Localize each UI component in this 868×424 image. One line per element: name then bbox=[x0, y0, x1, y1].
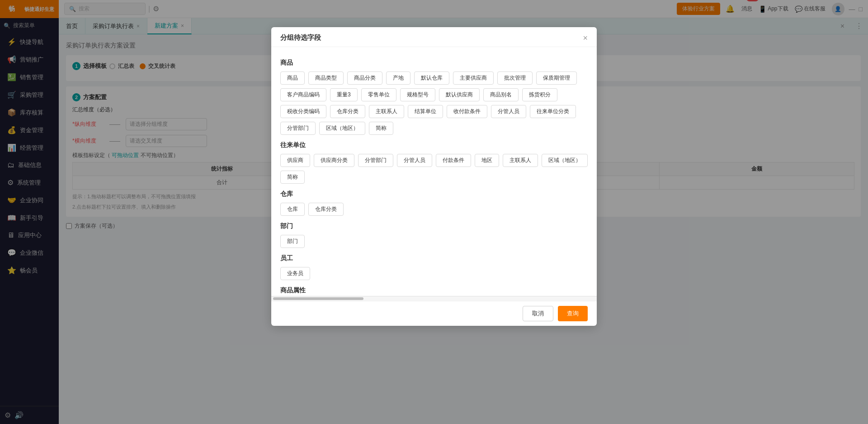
field-tag[interactable]: 商品 bbox=[280, 71, 305, 85]
field-tag[interactable]: 主联系人 bbox=[503, 154, 538, 167]
field-tag[interactable]: 零售单位 bbox=[361, 88, 396, 101]
section-title-employee: 员工 bbox=[280, 254, 588, 262]
field-tag[interactable]: 分管人员 bbox=[397, 154, 432, 167]
field-tag[interactable]: 商品别名 bbox=[483, 88, 519, 101]
confirm-button[interactable]: 查询 bbox=[558, 306, 588, 321]
field-tag[interactable]: 保质期管理 bbox=[536, 71, 577, 85]
field-tag[interactable]: 商品分类 bbox=[347, 71, 382, 85]
field-tag[interactable]: 仓库分类 bbox=[330, 105, 365, 118]
field-tag[interactable]: 简称 bbox=[280, 171, 305, 184]
modal-hscroll[interactable] bbox=[271, 296, 597, 301]
field-tag[interactable]: 主要供应商 bbox=[453, 71, 494, 85]
field-tag[interactable]: 分管人员 bbox=[491, 105, 526, 118]
field-tag[interactable]: 重量3 bbox=[330, 88, 358, 101]
field-tag[interactable]: 付款条件 bbox=[436, 154, 471, 167]
section-title-dept: 部门 bbox=[280, 222, 588, 230]
field-tag[interactable]: 简称 bbox=[369, 122, 393, 135]
field-tag[interactable]: 商品类型 bbox=[308, 71, 344, 85]
field-tag[interactable]: 分管部门 bbox=[358, 154, 393, 167]
field-tag[interactable]: 仓库 bbox=[280, 203, 305, 216]
field-tag[interactable]: 部门 bbox=[280, 235, 305, 248]
field-tag[interactable]: 区域（地区） bbox=[319, 122, 365, 135]
modal-footer: 取消 查询 bbox=[271, 301, 597, 326]
field-tag[interactable]: 地区 bbox=[475, 154, 499, 167]
section-title-attributes: 商品属性 bbox=[280, 286, 588, 295]
modal: 分组待选字段 × 商品 商品 商品类型 商品分类 产地 默认仓库 主要供应商 批… bbox=[271, 27, 597, 326]
field-tag[interactable]: 批次管理 bbox=[497, 71, 533, 85]
field-tag[interactable]: 业务员 bbox=[280, 267, 310, 280]
field-tag[interactable]: 区域（地区） bbox=[542, 154, 588, 167]
section-title-goods: 商品 bbox=[280, 59, 588, 67]
field-tag[interactable]: 税收分类编码 bbox=[280, 105, 326, 118]
section-partner-fields: 供应商 供应商分类 分管部门 分管人员 付款条件 地区 主联系人 区域（地区） … bbox=[280, 154, 588, 184]
cancel-button[interactable]: 取消 bbox=[523, 306, 553, 321]
field-tag[interactable]: 收付款条件 bbox=[447, 105, 487, 118]
section-title-warehouse: 仓库 bbox=[280, 190, 588, 198]
field-tag[interactable]: 仓库分类 bbox=[308, 203, 344, 216]
field-tag[interactable]: 结算单位 bbox=[408, 105, 443, 118]
field-tag[interactable]: 默认供应商 bbox=[439, 88, 480, 101]
modal-close-button[interactable]: × bbox=[583, 34, 588, 42]
field-tag[interactable]: 客户商品编码 bbox=[280, 88, 326, 101]
section-title-partner: 往来单位 bbox=[280, 141, 588, 149]
field-tag[interactable]: 供应商 bbox=[280, 154, 310, 167]
field-tag[interactable]: 主联系人 bbox=[369, 105, 404, 118]
field-tag[interactable]: 供应商分类 bbox=[314, 154, 354, 167]
field-tag[interactable]: 产地 bbox=[386, 71, 410, 85]
modal-header: 分组待选字段 × bbox=[271, 27, 597, 47]
section-warehouse-fields: 仓库 仓库分类 bbox=[280, 203, 588, 216]
modal-body: 商品 商品 商品类型 商品分类 产地 默认仓库 主要供应商 批次管理 保质期管理… bbox=[271, 47, 597, 296]
field-tag[interactable]: 往来单位分类 bbox=[530, 105, 576, 118]
field-tag[interactable]: 规格型号 bbox=[400, 88, 435, 101]
field-tag[interactable]: 拣货积分 bbox=[522, 88, 557, 101]
section-goods-fields: 商品 商品类型 商品分类 产地 默认仓库 主要供应商 批次管理 保质期管理 客户… bbox=[280, 71, 588, 135]
section-dept-fields: 部门 bbox=[280, 235, 588, 248]
modal-title: 分组待选字段 bbox=[280, 33, 321, 42]
field-tag[interactable]: 分管部门 bbox=[280, 122, 316, 135]
section-employee-fields: 业务员 bbox=[280, 267, 588, 280]
field-tag[interactable]: 默认仓库 bbox=[414, 71, 449, 85]
modal-overlay: 分组待选字段 × 商品 商品 商品类型 商品分类 产地 默认仓库 主要供应商 批… bbox=[0, 0, 868, 424]
hscroll-thumb[interactable] bbox=[273, 297, 363, 300]
